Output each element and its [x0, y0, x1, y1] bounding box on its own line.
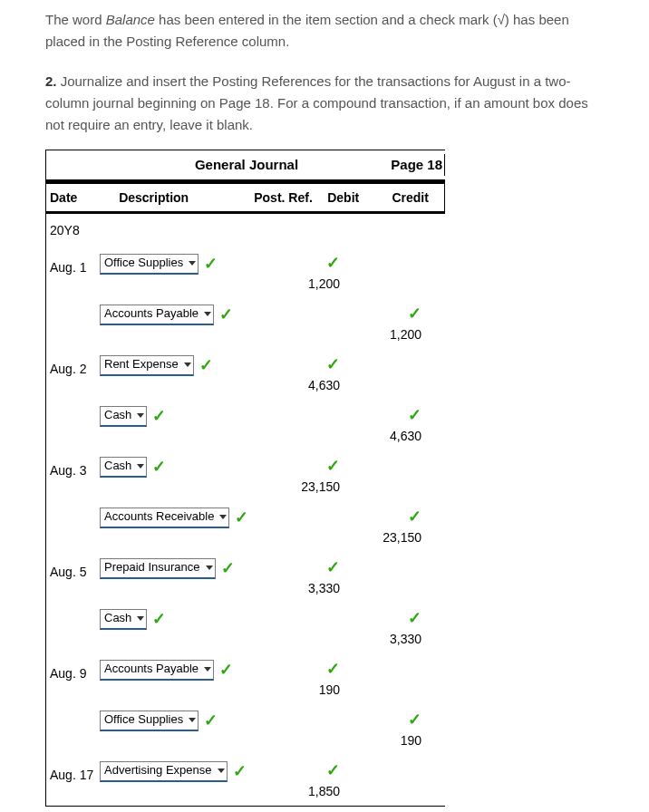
account-dropdown[interactable]: Cash: [100, 457, 147, 478]
dropdown-text: Accounts Payable: [104, 304, 199, 324]
check-icon: ✓: [326, 254, 340, 272]
check-icon: ✓: [199, 357, 213, 373]
entry-date: Aug. 5: [46, 558, 100, 582]
check-icon: ✓: [326, 558, 340, 576]
dropdown-text: Accounts Receivable: [104, 508, 214, 527]
debit-description-cell: Prepaid Insurance✓: [100, 558, 258, 579]
chevron-down-icon: [218, 768, 225, 773]
journal-title: General Journal: [46, 154, 374, 176]
entry-date-blank: [46, 304, 100, 308]
journal-entry-debit-row: Aug. 2Rent Expense✓✓4,630: [46, 355, 445, 395]
credit-description-cell: Cash✓: [100, 609, 258, 630]
journal-entry-credit-row: Accounts Receivable✓✓23,150: [46, 508, 445, 547]
entry-date: Aug. 17: [46, 761, 100, 785]
debit-description-cell: Cash✓: [100, 457, 258, 478]
journal-entry-credit-row: Cash✓✓4,630: [46, 406, 445, 446]
account-dropdown[interactable]: Prepaid Insurance: [100, 558, 216, 579]
check-icon: ✓: [233, 763, 247, 779]
debit-amounts: ✓190: [258, 660, 445, 700]
step-2-instruction: 2. Journalize and insert the Posting Ref…: [45, 71, 604, 136]
journal-entry-debit-row: Aug. 5Prepaid Insurance✓✓3,330: [46, 558, 445, 598]
check-icon: ✓: [152, 459, 166, 475]
check-icon: ✓: [326, 761, 340, 779]
step-text: Journalize and insert the Posting Refere…: [45, 73, 588, 132]
journal-entry-debit-row: Aug. 3Cash✓✓23,150: [46, 457, 445, 497]
dropdown-text: Office Supplies: [104, 254, 183, 273]
debit-description-cell: Office Supplies✓: [100, 254, 258, 275]
journal-page: Page 18: [374, 154, 445, 176]
journal-entry-debit-row: Aug. 17Advertising Expense✓✓1,850: [46, 761, 445, 801]
account-dropdown[interactable]: Office Supplies: [100, 710, 199, 731]
account-dropdown[interactable]: Advertising Expense: [100, 761, 228, 782]
check-icon: ✓: [408, 508, 421, 526]
chevron-down-icon: [184, 362, 191, 367]
debit-amount: 4,630: [258, 375, 349, 395]
check-icon: ✓: [408, 609, 421, 627]
debit-amounts: ✓1,200: [258, 254, 445, 294]
check-icon: ✓: [408, 406, 421, 424]
credit-description-cell: Accounts Payable✓: [100, 304, 258, 325]
debit-amount: 190: [258, 680, 349, 700]
general-journal-table: General Journal Page 18 Date Description…: [45, 150, 445, 807]
journal-entry-credit-row: Cash✓✓3,330: [46, 609, 445, 649]
check-icon: ✓: [221, 560, 235, 576]
chevron-down-icon: [219, 515, 227, 519]
check-icon: ✓: [152, 408, 166, 424]
credit-amount: 1,200: [349, 324, 427, 344]
check-icon: ✓: [408, 304, 421, 323]
debit-amount: 1,850: [258, 781, 349, 801]
col-debit: Debit: [324, 184, 388, 211]
entry-date: Aug. 3: [46, 457, 100, 480]
credit-amount: 3,330: [349, 629, 427, 649]
check-icon: ✓: [204, 712, 218, 729]
debit-amount: 3,330: [258, 578, 349, 598]
credit-description-cell: Accounts Receivable✓: [100, 508, 258, 528]
account-dropdown[interactable]: Cash: [100, 609, 147, 630]
credit-description-cell: Office Supplies✓: [100, 710, 258, 731]
entry-date: Aug. 1: [46, 254, 100, 277]
debit-amounts: ✓4,630: [258, 355, 445, 395]
step-number: 2.: [45, 73, 57, 89]
col-date: Date: [46, 184, 115, 211]
entry-date-blank: [46, 508, 100, 511]
credit-amount: 190: [349, 730, 427, 750]
account-dropdown[interactable]: Accounts Payable: [100, 304, 214, 325]
entry-date-blank: [46, 609, 100, 613]
dropdown-text: Cash: [104, 406, 131, 425]
account-dropdown[interactable]: Rent Expense: [100, 355, 194, 376]
credit-amount: 4,630: [349, 426, 427, 446]
chevron-down-icon: [137, 616, 144, 621]
credit-amounts: ✓23,150: [258, 508, 445, 547]
debit-description-cell: Advertising Expense✓: [100, 761, 258, 782]
account-dropdown[interactable]: Office Supplies: [100, 254, 199, 275]
dropdown-text: Cash: [104, 609, 131, 628]
journal-entry-debit-row: Aug. 1Office Supplies✓✓1,200: [46, 254, 445, 294]
journal-body: 20Y8 Aug. 1Office Supplies✓✓1,200Account…: [46, 214, 445, 805]
account-dropdown[interactable]: Cash: [100, 406, 147, 427]
debit-amount: 1,200: [258, 274, 349, 294]
entry-date-blank: [46, 406, 100, 410]
intro-text-a: The word: [45, 12, 106, 27]
credit-amount: 23,150: [349, 527, 427, 547]
credit-amounts: ✓1,200: [258, 304, 445, 344]
account-dropdown[interactable]: Accounts Payable: [100, 660, 214, 681]
credit-amounts: ✓3,330: [258, 609, 445, 649]
check-icon: ✓: [326, 660, 340, 678]
debit-description-cell: Accounts Payable✓: [100, 660, 258, 681]
check-icon: ✓: [152, 611, 166, 627]
dropdown-text: Cash: [104, 457, 131, 476]
year-label: 20Y8: [46, 218, 445, 242]
column-headers: Date Description Post. Ref. Debit Credit: [46, 181, 445, 214]
check-icon: ✓: [326, 355, 340, 373]
debit-description-cell: Rent Expense✓: [100, 355, 258, 376]
dropdown-text: Advertising Expense: [104, 761, 212, 780]
account-dropdown[interactable]: Accounts Receivable: [100, 508, 229, 528]
credit-description-cell: Cash✓: [100, 406, 258, 427]
check-icon: ✓: [326, 457, 340, 475]
chevron-down-icon: [206, 566, 213, 570]
check-icon: ✓: [219, 306, 233, 323]
check-icon: ✓: [235, 509, 248, 526]
credit-amounts: ✓4,630: [258, 406, 445, 446]
debit-amount: 23,150: [258, 477, 349, 497]
dropdown-text: Office Supplies: [104, 710, 183, 730]
